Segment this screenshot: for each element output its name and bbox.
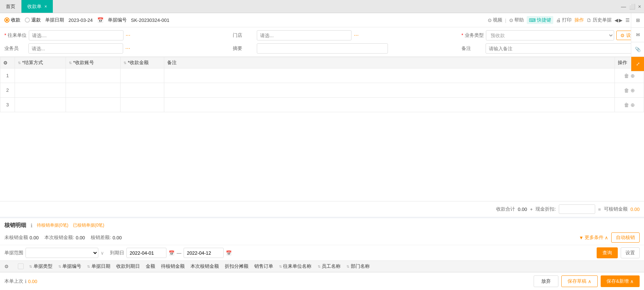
wt-col-duedate: 收款到期日 xyxy=(113,263,143,270)
customer-input[interactable] xyxy=(29,30,123,40)
date-separator: — xyxy=(177,250,181,256)
print-btn[interactable]: 🖨 打印 xyxy=(556,17,572,23)
row-amount-3[interactable] xyxy=(121,98,164,112)
save-draft-label: 保存草稿 xyxy=(568,278,586,285)
print-icon: 🖨 xyxy=(556,17,561,23)
right-panel-expand-icon[interactable]: ⤢ xyxy=(631,57,644,71)
window-min-icon[interactable]: — xyxy=(621,4,626,9)
shortcut-btn[interactable]: ⌨ 快捷键 xyxy=(527,16,553,24)
sort-icon: ⇅ xyxy=(279,264,282,269)
duedate-from[interactable] xyxy=(126,248,166,258)
row-num-1: 1 xyxy=(0,68,15,83)
row-settle-2[interactable] xyxy=(15,83,66,98)
store-input[interactable] xyxy=(257,30,352,40)
summary-input[interactable] xyxy=(257,43,388,54)
writeoff-title: 核销明细 xyxy=(4,222,26,229)
writeoff-settings-btn[interactable]: 设置 xyxy=(621,247,640,258)
row-op-2: 🗑 ⊕ xyxy=(615,83,644,98)
row-remark-3[interactable] xyxy=(164,98,615,112)
save-new-btn[interactable]: 保存&新增 ∧ xyxy=(601,275,640,287)
right-panel-clip-icon[interactable]: 📎 xyxy=(631,42,644,57)
tab-close-icon[interactable]: × xyxy=(44,4,47,9)
row-amount-1[interactable] xyxy=(121,68,164,83)
copy-icon[interactable]: ⊕ xyxy=(631,73,635,79)
calendar1-icon[interactable]: 📅 xyxy=(169,250,174,256)
total-value: 0.00 xyxy=(518,207,527,212)
operation-btn[interactable]: 操作 xyxy=(574,17,584,23)
tab-active-receipt[interactable]: 收款单 × xyxy=(21,0,53,13)
date-label: 单据日期 xyxy=(45,17,64,23)
row-remark-2[interactable] xyxy=(164,83,615,98)
wt-gear-icon[interactable]: ⚙ xyxy=(4,264,15,269)
row-remark-1[interactable] xyxy=(164,68,615,83)
tab-bar-right: — ⬜ × xyxy=(621,4,644,9)
th-settle: ⇅ *结算方式 xyxy=(15,57,66,68)
discount-input[interactable] xyxy=(559,204,595,214)
toolbar: 收款 退款 单据日期 2023-03-24 📅 单据编号 SK-20230324… xyxy=(0,13,644,27)
row-num-2: 2 xyxy=(0,83,15,98)
bottom-bar: 本单上次 ℹ 0.00 放弃 保存草稿 ∧ 保存&新增 ∧ xyxy=(0,272,644,290)
copy-icon[interactable]: ⊕ xyxy=(631,87,635,93)
date-value: 2023-03-24 xyxy=(68,17,93,23)
wt-checkbox[interactable] xyxy=(15,263,26,269)
remark-input[interactable] xyxy=(486,43,640,54)
radio-refund[interactable]: 退款 xyxy=(25,17,41,23)
more-conditions-btn[interactable]: ▼ 更多条件 ∧ xyxy=(579,234,608,241)
bottom-actions: 放弃 保存草稿 ∧ 保存&新增 ∧ xyxy=(534,275,640,287)
auto-writeoff-btn[interactable]: 自动核销 xyxy=(611,232,640,243)
salesman-more-icon[interactable]: ··· xyxy=(125,45,130,52)
help-btn[interactable]: ⊙ 帮助 xyxy=(509,17,524,23)
video-btn[interactable]: ⊙ 视频 xyxy=(488,17,502,23)
calendar2-icon[interactable]: 📅 xyxy=(226,250,232,256)
pending-tab[interactable]: 待核销单据(0笔) xyxy=(37,222,68,228)
row-account-1[interactable] xyxy=(66,68,121,83)
row-account-3[interactable] xyxy=(66,98,121,112)
abandon-btn[interactable]: 放弃 xyxy=(534,275,558,287)
query-btn[interactable]: 查询 xyxy=(597,247,618,258)
window-close-icon[interactable]: × xyxy=(638,4,641,9)
delete-icon[interactable]: 🗑 xyxy=(624,73,629,79)
window-restore-icon[interactable]: ⬜ xyxy=(629,4,635,9)
table-row: 1 🗑 ⊕ xyxy=(0,68,644,83)
wt-col-amount: 金额 xyxy=(143,263,158,270)
writeoff-info-icon[interactable]: ℹ xyxy=(31,223,32,228)
right-panel-mail-icon[interactable]: ✉ xyxy=(631,28,644,42)
copy-icon[interactable]: ⊕ xyxy=(631,102,635,108)
th-account: ⇅ *收款账号 xyxy=(66,57,121,68)
row-settle-3[interactable] xyxy=(15,98,66,112)
salesman-input[interactable] xyxy=(28,43,123,54)
biztype-field: 业务类型 预收款 ⚙ 设置 xyxy=(462,30,640,40)
row-amount-2[interactable] xyxy=(121,83,164,98)
save-new-chevron: ∧ xyxy=(630,279,634,284)
radio-receipt[interactable]: 收款 xyxy=(4,17,20,23)
radio-receipt-dot xyxy=(4,17,9,23)
wt-col-customer: ⇅ 往来单位名称 xyxy=(276,263,315,270)
radio-refund-label: 退款 xyxy=(31,17,41,23)
chevron-left-icon[interactable]: ◀ xyxy=(614,17,618,23)
delete-icon[interactable]: 🗑 xyxy=(624,102,629,108)
help-label: 帮助 xyxy=(514,17,524,23)
delete-icon[interactable]: 🗑 xyxy=(624,87,629,93)
right-panel-table-icon[interactable]: ⊞ xyxy=(631,13,644,28)
customer-more-icon[interactable]: ··· xyxy=(126,32,130,39)
table-header-row: ⚙ ⇅ *结算方式 ⇅ *收款账号 ⇅ *收款金额 备注 xyxy=(0,57,644,68)
tab-home[interactable]: 首页 xyxy=(0,0,21,13)
menu-icon[interactable]: ☰ xyxy=(625,17,630,23)
number-value: SK-20230324-001 xyxy=(131,17,170,23)
history-btn[interactable]: 🗋 历史单据 xyxy=(587,17,612,23)
unwritten-value: 0.00 xyxy=(30,235,39,240)
store-label: 门店 xyxy=(233,32,255,39)
row-settle-1[interactable] xyxy=(15,68,66,83)
duedate-to[interactable] xyxy=(184,248,224,258)
th-gear[interactable]: ⚙ xyxy=(0,57,15,68)
done-tab[interactable]: 已核销单据(0笔) xyxy=(73,222,105,228)
save-draft-btn[interactable]: 保存草稿 ∧ xyxy=(561,275,598,287)
biztype-select[interactable]: 预收款 xyxy=(486,30,614,40)
range-select[interactable] xyxy=(25,248,98,258)
row-account-2[interactable] xyxy=(66,83,121,98)
biztype-label: 业务类型 xyxy=(462,32,484,39)
calendar-icon[interactable]: 📅 xyxy=(97,17,103,23)
store-more-icon[interactable]: ··· xyxy=(354,32,358,39)
chevron-right-icon[interactable]: ▶ xyxy=(619,17,623,23)
bottom-info-icon[interactable]: ℹ xyxy=(25,279,27,284)
